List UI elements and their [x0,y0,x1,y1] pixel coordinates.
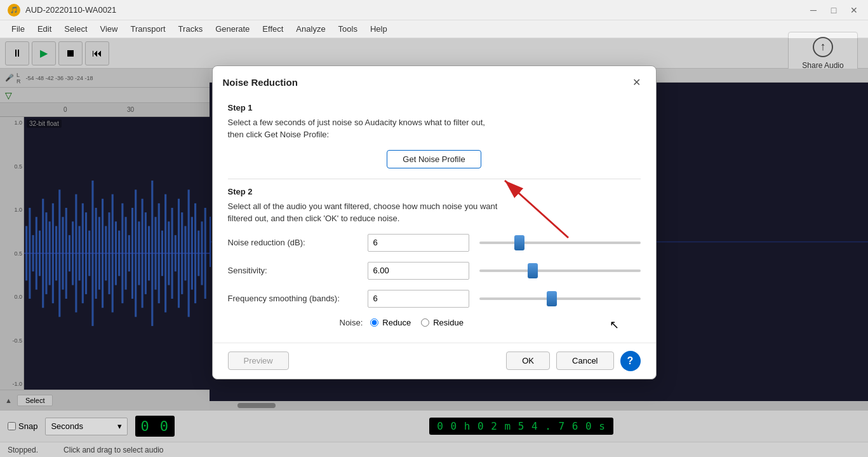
get-noise-container: Get Noise Profile [228,150,641,168]
app-icon: 🎵 [8,4,20,17]
freq-smoothing-slider-track [479,297,641,300]
menu-generate[interactable]: Generate [209,22,256,36]
menu-view[interactable]: View [94,22,124,36]
modal-title: Noise Reduction [223,77,298,88]
menu-select[interactable]: Select [58,22,93,36]
residue-radio[interactable] [421,318,429,327]
sensitivity-label: Sensitivity: [228,266,368,275]
residue-radio-label: Residue [433,318,464,327]
sensitivity-input[interactable] [368,262,469,280]
freq-smoothing-label: Frequency smoothing (bands): [228,294,368,303]
ok-button[interactable]: OK [506,351,550,370]
step2-label: Step 2 [228,187,641,196]
preview-button[interactable]: Preview [228,351,289,370]
menu-analyze[interactable]: Analyze [290,22,331,36]
freq-smoothing-slider-container [479,290,641,308]
noise-reduction-slider-track [479,242,641,244]
reduce-radio-option[interactable]: Reduce [370,318,411,327]
help-button[interactable]: ? [620,351,641,371]
menu-help[interactable]: Help [364,22,394,36]
modal-close-button[interactable]: ✕ [628,74,646,92]
minimize-button[interactable]: ─ [805,1,822,19]
cancel-button[interactable]: Cancel [556,351,613,370]
noise-label: Noise: [340,318,363,327]
window-controls: ─ □ ✕ [805,1,863,19]
sensitivity-slider-container [479,262,641,280]
noise-radio-container: Noise: Reduce Residue [228,318,641,327]
title-bar: 🎵 AUD-20220110-WA0021 ─ □ ✕ [0,0,868,20]
sensitivity-slider-track [479,269,641,272]
app-area: ⏸ ▶ ⏹ ⏮ ↑ Share Audio 🎤 LR -54 -48 -42 -… [0,38,868,457]
freq-smoothing-row: Frequency smoothing (bands): [228,290,641,308]
menu-effect[interactable]: Effect [256,22,290,36]
noise-reduction-modal: Noise Reduction ✕ Step 1 Select a few se… [212,65,657,379]
menu-tracks[interactable]: Tracks [172,22,210,36]
modal-overlay: Noise Reduction ✕ Step 1 Select a few se… [0,38,868,457]
menu-transport[interactable]: Transport [124,22,171,36]
close-window-button[interactable]: ✕ [845,1,863,19]
modal-footer: Preview OK Cancel ? [213,343,656,379]
step-divider [228,179,641,179]
sensitivity-slider-thumb[interactable] [528,263,538,278]
step2-desc: Select all of the audio you want filtere… [228,200,641,225]
menu-tools[interactable]: Tools [332,22,364,36]
noise-reduction-slider-container [479,234,641,252]
step1-label: Step 1 [228,103,641,113]
reduce-radio-label: Reduce [382,318,411,327]
modal-body: Step 1 Select a few seconds of just nois… [213,98,656,343]
window-title: AUD-20220110-WA0021 [25,5,116,15]
freq-smoothing-input[interactable] [368,290,469,308]
modal-titlebar: Noise Reduction ✕ [213,66,656,98]
menu-bar: File Edit Select View Transport Tracks G… [0,20,868,38]
reduce-radio[interactable] [370,318,378,327]
maximize-button[interactable]: □ [825,1,843,19]
sensitivity-row: Sensitivity: [228,262,641,280]
freq-smoothing-slider-thumb[interactable] [547,291,557,306]
noise-reduction-label: Noise reduction (dB): [228,238,368,247]
noise-reduction-row: Noise reduction (dB): [228,234,641,252]
get-noise-profile-button[interactable]: Get Noise Profile [387,150,481,168]
residue-radio-option[interactable]: Residue [421,318,464,327]
noise-reduction-input[interactable] [368,234,469,252]
noise-reduction-slider-thumb[interactable] [514,235,524,250]
step1-desc: Select a few seconds of just noise so Au… [228,116,641,141]
menu-edit[interactable]: Edit [31,22,58,36]
menu-file[interactable]: File [5,22,31,36]
